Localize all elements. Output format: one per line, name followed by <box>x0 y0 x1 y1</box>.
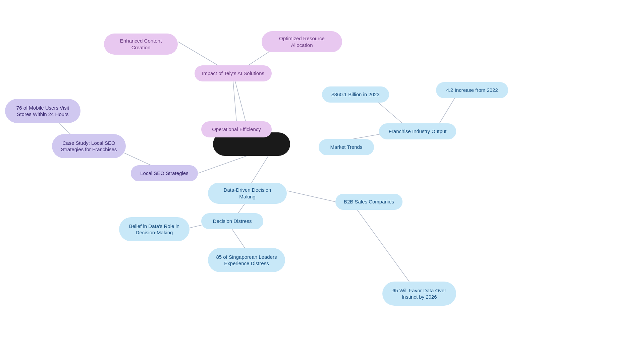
node-mobile_users: 76 of Mobile Users Visit Stores Within 2… <box>5 99 80 123</box>
node-label-decision_distress: Decision Distress <box>213 218 252 225</box>
node-local_seo: Local SEO Strategies <box>131 165 198 181</box>
node-label-case_study: Case Study: Local SEO Strategies for Fra… <box>59 140 118 153</box>
node-label-market_trends: Market Trends <box>330 144 363 150</box>
node-label-b2b: B2B Sales Companies <box>344 198 394 205</box>
node-decision_distress: Decision Distress <box>201 213 263 229</box>
node-franchise_output: Franchise Industry Output <box>379 123 456 139</box>
node-b2b: B2B Sales Companies <box>335 194 402 210</box>
node-label-franchise_output: Franchise Industry Output <box>389 128 447 135</box>
node-data_driven: Data-Driven Decision Making <box>208 183 287 204</box>
node-label-optimized: Optimized Resource Allocation <box>269 35 335 48</box>
node-65_favor: 65 Will Favor Data Over Instinct by 2026 <box>382 282 456 306</box>
node-label-4_2: 4.2 Increase from 2022 <box>446 87 498 94</box>
node-operational: Operational Efficiency <box>201 121 272 137</box>
node-label-local_seo: Local SEO Strategies <box>140 170 188 177</box>
node-label-65_favor: 65 Will Favor Data Over Instinct by 2026 <box>390 287 449 300</box>
node-label-860b: $860.1 Billion in 2023 <box>331 91 379 98</box>
node-label-85_sing: 85 of Singaporean Leaders Experience Dis… <box>215 254 278 267</box>
node-860b: $860.1 Billion in 2023 <box>322 86 389 103</box>
node-label-data_driven: Data-Driven Decision Making <box>215 187 279 200</box>
node-85_sing: 85 of Singaporean Leaders Experience Dis… <box>208 248 285 272</box>
node-belief: Belief in Data's Role in Decision-Making <box>119 217 190 241</box>
node-label-impact: Impact of Tely's AI Solutions <box>202 70 264 77</box>
node-4_2: 4.2 Increase from 2022 <box>436 82 508 98</box>
node-optimized: Optimized Resource Allocation <box>262 31 342 52</box>
node-label-operational: Operational Efficiency <box>212 126 261 133</box>
node-label-mobile_users: 76 of Mobile Users Visit Stores Within 2… <box>12 105 73 118</box>
node-enhanced: Enhanced Content Creation <box>104 34 178 55</box>
node-label-enhanced: Enhanced Content Creation <box>111 38 170 51</box>
node-market_trends: Market Trends <box>319 139 374 155</box>
node-case_study: Case Study: Local SEO Strategies for Fra… <box>52 134 126 158</box>
node-impact: Impact of Tely's AI Solutions <box>195 65 272 81</box>
node-label-belief: Belief in Data's Role in Decision-Making <box>126 223 182 236</box>
